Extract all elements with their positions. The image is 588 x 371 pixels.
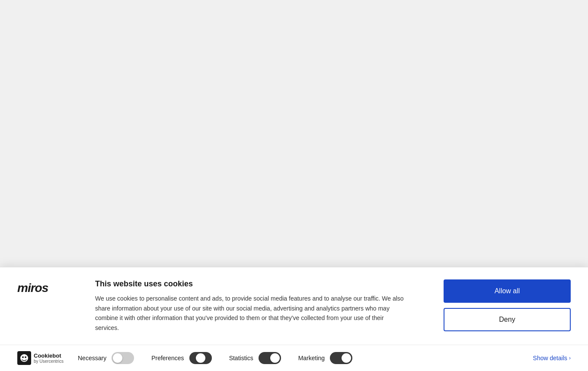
toggle-statistics[interactable]: [259, 352, 281, 364]
cookie-footer: Cookiebot by Usercentrics Necessary Pref…: [0, 345, 588, 371]
cookie-logo-area: miros: [17, 279, 78, 295]
cookiebot-icon: [17, 351, 31, 365]
toggle-preferences[interactable]: [189, 352, 212, 364]
toggle-group-marketing: Marketing: [298, 352, 352, 364]
toggle-statistics-label: Statistics: [229, 355, 253, 361]
cookiebot-logo-area: Cookiebot by Usercentrics: [17, 351, 78, 365]
allow-all-button[interactable]: Allow all: [444, 279, 571, 303]
cookie-actions: Allow all Deny: [444, 279, 571, 331]
miros-logo: miros: [17, 281, 48, 295]
toggle-marketing-thumb: [342, 353, 351, 363]
cookie-banner: miros This website uses cookies We use c…: [0, 267, 588, 371]
toggle-preferences-label: Preferences: [151, 355, 184, 361]
svg-point-2: [22, 356, 24, 358]
toggle-necessary[interactable]: [112, 352, 134, 364]
show-details-text: Show details: [533, 355, 567, 361]
deny-button[interactable]: Deny: [444, 308, 571, 331]
cookiebot-sub-text: by Usercentrics: [34, 359, 64, 364]
show-details-link[interactable]: Show details ›: [533, 355, 571, 361]
cookie-title: This website uses cookies: [95, 279, 426, 289]
chevron-right-icon: ›: [569, 355, 571, 361]
cookiebot-logo-text: Cookiebot by Usercentrics: [34, 352, 64, 364]
toggle-necessary-label: Necessary: [78, 355, 106, 361]
svg-point-3: [25, 356, 26, 358]
cookiebot-brand-name: Cookiebot: [34, 352, 61, 359]
cookiebot-logo-wrapper: Cookiebot by Usercentrics: [17, 351, 78, 365]
toggle-marketing-track: [330, 352, 352, 364]
page-background: [0, 0, 588, 256]
toggle-statistics-track: [259, 352, 281, 364]
toggle-statistics-thumb: [270, 353, 280, 363]
cookie-main-section: miros This website uses cookies We use c…: [0, 267, 588, 345]
cookie-toggles: Necessary Preferences Stat: [78, 352, 533, 364]
toggle-preferences-thumb: [196, 353, 205, 363]
toggle-group-preferences: Preferences: [151, 352, 211, 364]
cookie-content: This website uses cookies We use cookies…: [95, 279, 426, 333]
cookie-description: We use cookies to personalise content an…: [95, 294, 406, 333]
toggle-necessary-thumb: [113, 353, 122, 363]
toggle-marketing-label: Marketing: [298, 355, 325, 361]
toggle-preferences-track: [189, 352, 212, 364]
toggle-group-necessary: Necessary: [78, 352, 134, 364]
toggle-group-statistics: Statistics: [229, 352, 281, 364]
toggle-marketing[interactable]: [330, 352, 352, 364]
toggle-necessary-track: [112, 352, 134, 364]
